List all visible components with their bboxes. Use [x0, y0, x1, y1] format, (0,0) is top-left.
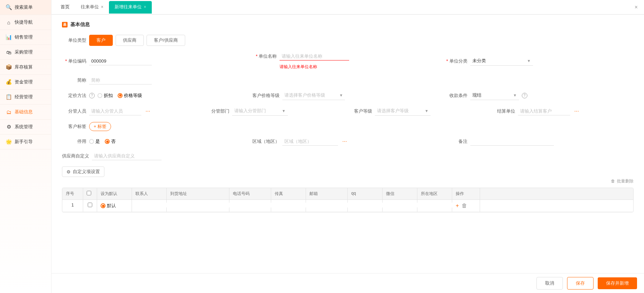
- sidebar-item-basic[interactable]: 🗂 基础信息: [0, 105, 51, 120]
- region-field: 区域（地区） ···: [252, 137, 443, 146]
- sidebar-item-search[interactable]: 🔍 搜索菜单: [0, 0, 51, 15]
- cancel-button[interactable]: 取消: [536, 277, 563, 290]
- table-header: 序号 设为默认 联系人 到货地址 电话号码 传真 邮箱 qq 微信 所在地区 操…: [62, 188, 633, 200]
- row-add-button[interactable]: +: [456, 203, 459, 209]
- tab-new-partner[interactable]: 新增往来单位 ×: [109, 1, 152, 14]
- payment-terms-label: 收款条件: [443, 92, 468, 99]
- wechat-input[interactable]: [386, 203, 417, 207]
- sidebar-item-finance[interactable]: 💰 资金管理: [0, 75, 51, 90]
- customer-level-select[interactable]: 请选择客户等级 ▼: [375, 106, 431, 116]
- pricing-method-label: 定价方法: [62, 92, 86, 99]
- supplier-custom-input[interactable]: [92, 152, 162, 160]
- row-checkbox[interactable]: [88, 203, 92, 207]
- pricing-price-level-option[interactable]: 价格等级: [118, 92, 142, 99]
- unit-type-supplier-btn[interactable]: 供应商: [116, 35, 144, 46]
- td-email[interactable]: [306, 200, 348, 212]
- unit-category-arrow: ▼: [527, 59, 531, 63]
- unit-type-field: 单位类型 客户 供应商 客户/供应商: [62, 35, 634, 46]
- settlement-unit-more-btn[interactable]: ···: [573, 108, 580, 114]
- unit-type-row: 单位类型 客户 供应商 客户/供应商: [62, 35, 634, 46]
- sidebar-item-quicknav[interactable]: ⌂ 快捷导航: [0, 15, 51, 30]
- unit-type-both-btn[interactable]: 客户/供应商: [147, 35, 185, 46]
- region-input[interactable]: [282, 137, 338, 146]
- unit-name-field: 单位名称 请输入往来单位名称: [252, 52, 443, 70]
- payment-terms-help-icon[interactable]: ?: [522, 93, 527, 98]
- manager-more-btn[interactable]: ···: [144, 108, 151, 114]
- unit-code-input[interactable]: [89, 57, 152, 65]
- td-checkbox[interactable]: [83, 200, 97, 212]
- sidebar-item-system[interactable]: ⚙ 系统管理: [0, 120, 51, 135]
- th-default: 设为默认: [97, 188, 132, 200]
- sidebar-item-operations[interactable]: 📋 经营管理: [0, 90, 51, 105]
- tags-row: 客户标签 + 标签: [62, 122, 634, 131]
- finance-icon: 💰: [6, 79, 12, 85]
- short-name-input[interactable]: [89, 76, 152, 84]
- tab-home[interactable]: 首页: [55, 1, 75, 14]
- row-delete-button[interactable]: 🗑: [462, 203, 467, 209]
- disabled-yes-option[interactable]: 是: [89, 138, 100, 145]
- td-seq: 1: [62, 200, 83, 212]
- payment-terms-select[interactable]: 现结 ▼: [470, 91, 519, 100]
- address-input[interactable]: [170, 203, 229, 207]
- custom-settings-button[interactable]: ⚙ 自定义项设置: [62, 166, 104, 177]
- manager-input[interactable]: [89, 107, 141, 115]
- td-phone[interactable]: [229, 200, 271, 212]
- operations-icon: 📋: [6, 94, 12, 100]
- th-address: 到货地址: [167, 188, 229, 200]
- td-address[interactable]: [167, 200, 229, 212]
- td-wechat[interactable]: [383, 200, 417, 212]
- sidebar-item-sales[interactable]: 📊 销售管理: [0, 30, 51, 45]
- th-action: 操作: [452, 188, 480, 200]
- pricing-discount-option[interactable]: 折扣: [97, 92, 113, 99]
- batch-delete-label[interactable]: 批量删除: [617, 179, 634, 184]
- section-icon: 基: [62, 22, 68, 27]
- td-qq[interactable]: [348, 200, 383, 212]
- sidebar: 🔍 搜索菜单 ⌂ 快捷导航 📊 销售管理 🛍 采购管理 📦 库存核算 💰 资金管…: [0, 0, 52, 293]
- window-close-button[interactable]: ×: [632, 4, 641, 10]
- unit-type-customer-btn[interactable]: 客户: [89, 35, 113, 46]
- td-contact[interactable]: [132, 200, 167, 212]
- area-input[interactable]: [421, 203, 452, 207]
- purchase-icon: 🛍: [6, 49, 12, 55]
- phone-input[interactable]: [233, 203, 271, 207]
- save-and-new-button[interactable]: 保存并新增: [598, 277, 637, 289]
- inventory-icon: 📦: [6, 64, 12, 70]
- tab-new-partner-close[interactable]: ×: [144, 5, 146, 9]
- search-icon: 🔍: [6, 4, 12, 10]
- unit-category-select[interactable]: 未分类 ▼: [470, 56, 533, 66]
- department-select[interactable]: 请输入分管部门 ▼: [232, 106, 288, 116]
- action-bar: 取消 保存 保存并新增: [52, 273, 644, 293]
- customer-price-level-select[interactable]: 请选择客户价格等级 ▼: [282, 91, 345, 100]
- td-fax[interactable]: [271, 200, 306, 212]
- tags-field: 客户标签 + 标签: [62, 122, 634, 131]
- sidebar-item-purchase[interactable]: 🛍 采购管理: [0, 45, 51, 60]
- row-default-radio: [101, 203, 105, 208]
- save-button[interactable]: 保存: [567, 277, 594, 290]
- region-more-btn[interactable]: ···: [341, 138, 348, 145]
- short-name-row: 简称: [62, 76, 634, 84]
- sidebar-item-inventory[interactable]: 📦 库存核算: [0, 60, 51, 75]
- td-area[interactable]: [417, 200, 452, 212]
- disabled-yes-radio: [89, 139, 94, 144]
- tab-partners-close[interactable]: ×: [101, 5, 103, 9]
- unit-code-field: 单位编码: [62, 57, 252, 65]
- unit-name-input[interactable]: [280, 52, 349, 60]
- disabled-no-option[interactable]: 否: [105, 138, 116, 145]
- row-default-radio-item[interactable]: 默认: [101, 203, 128, 209]
- region-label: 区域（地区）: [252, 138, 280, 145]
- settlement-unit-input[interactable]: [518, 107, 570, 115]
- email-input[interactable]: [309, 203, 348, 207]
- table-select-all-checkbox[interactable]: [87, 191, 91, 195]
- customer-level-arrow: ▼: [425, 109, 429, 113]
- department-arrow: ▼: [282, 109, 286, 113]
- add-tag-button[interactable]: + 标签: [89, 122, 111, 131]
- pricing-method-help-icon[interactable]: ?: [89, 93, 95, 98]
- tab-partners[interactable]: 往来单位 ×: [75, 1, 109, 14]
- fax-input[interactable]: [275, 203, 306, 207]
- sidebar-item-guide[interactable]: 🌟 新手引导: [0, 135, 51, 149]
- contact-input[interactable]: [135, 203, 167, 207]
- pricing-price-level-radio: [118, 93, 123, 98]
- remark-input[interactable]: [470, 137, 554, 146]
- qq-input[interactable]: [351, 203, 383, 207]
- th-email: 邮箱: [306, 188, 348, 200]
